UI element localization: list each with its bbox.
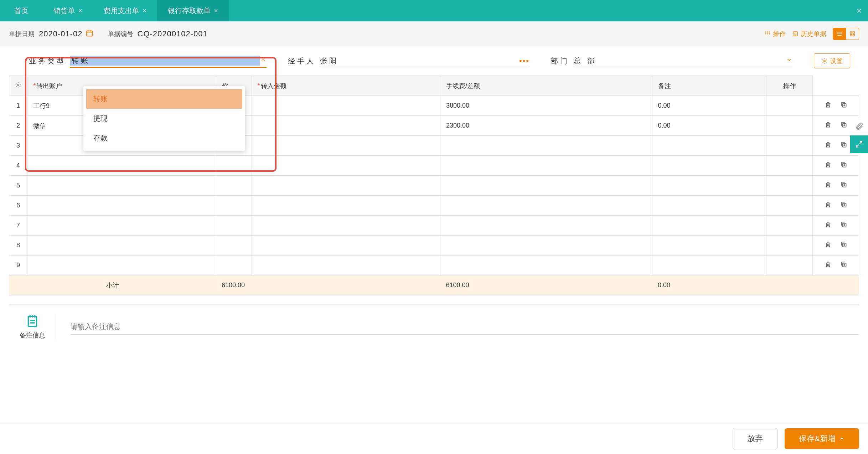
gear-header[interactable] bbox=[9, 76, 27, 96]
cell-fee[interactable]: 0.00 bbox=[652, 116, 766, 136]
cell-in-account[interactable] bbox=[252, 216, 440, 236]
cell-fee[interactable] bbox=[652, 256, 766, 275]
copy-row-button[interactable] bbox=[840, 121, 847, 130]
chevron-down-icon[interactable] bbox=[786, 57, 792, 65]
dropdown-item-transfer[interactable]: 转账 bbox=[86, 89, 242, 109]
close-icon[interactable]: × bbox=[78, 7, 82, 15]
cell-in-amount[interactable] bbox=[440, 136, 652, 156]
cell-remark[interactable] bbox=[766, 116, 813, 136]
cell-in-amount[interactable] bbox=[440, 156, 652, 176]
cell-remark[interactable] bbox=[766, 256, 813, 275]
delete-row-button[interactable] bbox=[825, 101, 832, 110]
chevron-up-icon[interactable] bbox=[260, 57, 267, 65]
cell-fee[interactable] bbox=[652, 176, 766, 196]
biz-type-field[interactable]: * 业务类型 转账 bbox=[25, 55, 267, 68]
handler-field[interactable]: 经手人 张阳 ••• bbox=[288, 55, 529, 67]
delete-row-button[interactable] bbox=[825, 221, 832, 230]
delete-row-button[interactable] bbox=[825, 141, 832, 150]
cell-fee[interactable] bbox=[652, 156, 766, 176]
copy-row-button[interactable] bbox=[840, 141, 847, 150]
date-value[interactable]: 2020-01-02 bbox=[39, 29, 83, 38]
cell-in-amount[interactable] bbox=[440, 216, 652, 236]
ops-button[interactable]: 操作 bbox=[764, 30, 786, 38]
cell-out-account[interactable] bbox=[27, 176, 216, 196]
copy-row-button[interactable] bbox=[840, 161, 847, 170]
more-icon[interactable]: ••• bbox=[519, 56, 529, 66]
dropdown-item-withdraw[interactable]: 提现 bbox=[86, 109, 242, 128]
delete-row-button[interactable] bbox=[825, 161, 832, 170]
copy-row-button[interactable] bbox=[840, 241, 847, 250]
cell-in-account[interactable] bbox=[252, 116, 440, 136]
view-grid-button[interactable] bbox=[846, 28, 859, 40]
attachment-button[interactable] bbox=[850, 118, 868, 135]
tab-home[interactable]: 首页 bbox=[0, 0, 43, 21]
cell-in-amount[interactable] bbox=[440, 236, 652, 256]
cell-out-account[interactable] bbox=[27, 236, 216, 256]
table-row[interactable]: 6 bbox=[9, 196, 859, 216]
calendar-icon[interactable] bbox=[86, 29, 93, 38]
cancel-button[interactable]: 放弃 bbox=[733, 428, 777, 449]
cell-in-account[interactable] bbox=[252, 136, 440, 156]
cell-out-amount[interactable] bbox=[216, 176, 252, 196]
cell-remark[interactable] bbox=[766, 236, 813, 256]
history-button[interactable]: 历史单据 bbox=[792, 30, 826, 38]
tab-bank[interactable]: 银行存取款单× bbox=[157, 0, 229, 21]
cell-fee[interactable]: 0.00 bbox=[652, 96, 766, 116]
close-panel-button[interactable] bbox=[850, 0, 868, 21]
delete-row-button[interactable] bbox=[825, 181, 832, 190]
cell-in-account[interactable] bbox=[252, 96, 440, 116]
table-row[interactable]: 8 bbox=[9, 236, 859, 256]
copy-row-button[interactable] bbox=[840, 201, 847, 210]
cell-fee[interactable] bbox=[652, 236, 766, 256]
delete-row-button[interactable] bbox=[825, 261, 832, 270]
cell-in-amount[interactable] bbox=[440, 176, 652, 196]
cell-out-amount[interactable] bbox=[216, 156, 252, 176]
copy-row-button[interactable] bbox=[840, 181, 847, 190]
save-button[interactable]: 保存&新增 bbox=[785, 428, 859, 449]
cell-out-amount[interactable] bbox=[216, 196, 252, 216]
tab-sales[interactable]: 销货单× bbox=[43, 0, 93, 21]
cell-out-account[interactable] bbox=[27, 156, 216, 176]
cell-in-amount[interactable] bbox=[440, 256, 652, 275]
cell-remark[interactable] bbox=[766, 96, 813, 116]
cell-fee[interactable] bbox=[652, 196, 766, 216]
cell-in-account[interactable] bbox=[252, 156, 440, 176]
cell-in-amount[interactable]: 3800.00 bbox=[440, 96, 652, 116]
table-row[interactable]: 5 bbox=[9, 176, 859, 196]
dropdown-item-deposit[interactable]: 存款 bbox=[86, 128, 242, 148]
cell-out-amount[interactable] bbox=[216, 256, 252, 275]
cell-in-amount[interactable]: 2300.00 bbox=[440, 116, 652, 136]
cell-fee[interactable] bbox=[652, 136, 766, 156]
close-icon[interactable]: × bbox=[214, 7, 218, 15]
copy-row-button[interactable] bbox=[840, 261, 847, 270]
cell-out-amount[interactable] bbox=[216, 236, 252, 256]
table-row[interactable]: 9 bbox=[9, 256, 859, 275]
view-list-button[interactable] bbox=[833, 28, 846, 40]
cell-in-account[interactable] bbox=[252, 236, 440, 256]
cell-remark[interactable] bbox=[766, 176, 813, 196]
dept-field[interactable]: 部门 总 部 bbox=[551, 55, 792, 67]
copy-row-button[interactable] bbox=[840, 101, 847, 110]
delete-row-button[interactable] bbox=[825, 241, 832, 250]
cell-out-account[interactable] bbox=[27, 256, 216, 275]
cell-remark[interactable] bbox=[766, 196, 813, 216]
remarks-input[interactable] bbox=[71, 323, 859, 331]
cell-remark[interactable] bbox=[766, 216, 813, 236]
cell-in-account[interactable] bbox=[252, 196, 440, 216]
tab-expense[interactable]: 费用支出单× bbox=[93, 0, 157, 21]
cell-remark[interactable] bbox=[766, 136, 813, 156]
table-row[interactable]: 7 bbox=[9, 216, 859, 236]
cell-in-account[interactable] bbox=[252, 176, 440, 196]
cell-remark[interactable] bbox=[766, 156, 813, 176]
settings-button[interactable]: 设置 bbox=[814, 53, 850, 68]
table-row[interactable]: 4 bbox=[9, 156, 859, 176]
cell-in-account[interactable] bbox=[252, 256, 440, 275]
copy-row-button[interactable] bbox=[840, 221, 847, 230]
expand-button[interactable] bbox=[850, 135, 868, 153]
cell-in-amount[interactable] bbox=[440, 196, 652, 216]
delete-row-button[interactable] bbox=[825, 201, 832, 210]
cell-fee[interactable] bbox=[652, 216, 766, 236]
cell-out-account[interactable] bbox=[27, 196, 216, 216]
close-icon[interactable]: × bbox=[143, 7, 147, 15]
delete-row-button[interactable] bbox=[825, 121, 832, 130]
